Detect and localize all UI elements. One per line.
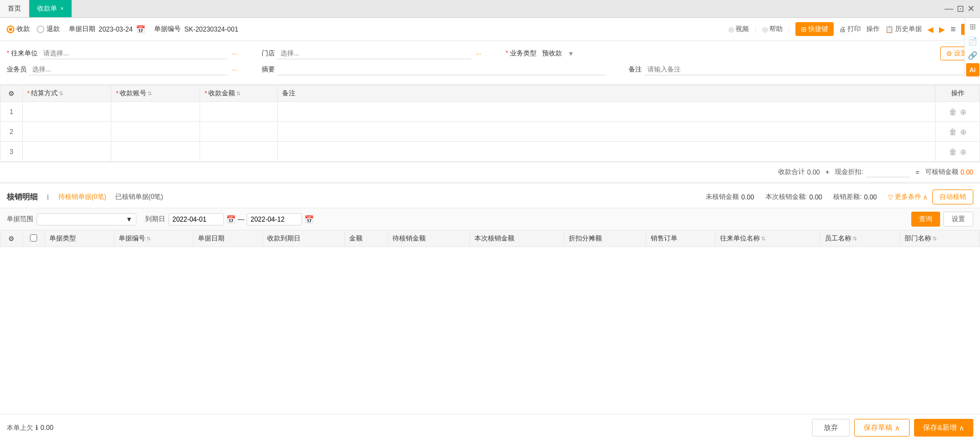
- video-action[interactable]: ◎ 视频: [728, 24, 749, 34]
- select-all-checkbox[interactable]: [30, 234, 37, 242]
- row-3-remark[interactable]: [278, 142, 936, 162]
- help-action[interactable]: ◎ 帮助: [762, 24, 783, 34]
- filter-settings-button[interactable]: 设置: [943, 212, 973, 227]
- verify-section: 核销明细 ℹ 待核销单据(0笔) 已核销单据(0笔) 未核销金额 0.00 本次…: [0, 182, 980, 414]
- query-button[interactable]: 查询: [911, 212, 940, 227]
- operation-action[interactable]: 操作: [866, 24, 880, 34]
- col-gear[interactable]: ⚙: [1, 85, 23, 102]
- partner-label: 往来单位: [7, 49, 38, 58]
- remark-field: 备注: [629, 64, 973, 75]
- draft-button[interactable]: 保存草稿 ∧: [854, 419, 910, 437]
- footer-info-value: 0.00: [40, 424, 53, 432]
- remark-input[interactable]: [644, 64, 973, 75]
- save-arrow-icon: ∧: [959, 424, 964, 432]
- tab-home-label: 首页: [8, 4, 21, 13]
- date-end-input[interactable]: [247, 213, 302, 225]
- window-minimize-icon[interactable]: —: [945, 4, 953, 14]
- row-2-remark[interactable]: [278, 122, 936, 142]
- plus-sign: +: [825, 168, 829, 176]
- row-3-amount[interactable]: [200, 142, 278, 162]
- staff-ellipsis[interactable]: ···: [229, 66, 239, 74]
- dept-sort-icon[interactable]: ⇅: [932, 235, 937, 242]
- radio-receipt-label: 收款: [17, 24, 30, 34]
- form-row-1: 往来单位 ··· 门店 ··· 业务类型 预收款 ▼: [7, 47, 973, 60]
- row-3-account[interactable]: [111, 142, 200, 162]
- more-conditions-link[interactable]: ▽ 更多条件 ∧: [888, 192, 928, 202]
- footer-info-icon[interactable]: ℹ: [35, 424, 38, 432]
- save-button[interactable]: 保存&新增 ∧: [914, 419, 973, 437]
- menu-icon[interactable]: ≡: [951, 24, 956, 34]
- row-1-account[interactable]: [111, 102, 200, 122]
- sidebar-link-icon[interactable]: 🔗: [966, 49, 979, 62]
- store-field: 门店 ···: [262, 48, 483, 59]
- bt-col-due-date: 收款到期日: [262, 230, 344, 247]
- row-2-settlement[interactable]: [23, 122, 111, 142]
- window-controls: — ⊡ ✕: [945, 3, 980, 14]
- tab-home[interactable]: 首页: [0, 0, 29, 17]
- radio-refund[interactable]: 退款: [37, 24, 60, 34]
- date-field: 单据日期 2023-03-24 📅: [69, 24, 145, 34]
- tab-close-icon[interactable]: ×: [60, 6, 64, 12]
- sidebar-ai-icon[interactable]: Ai: [966, 63, 979, 76]
- row-2-delete-icon[interactable]: 🗑: [949, 127, 957, 136]
- summary-input[interactable]: [277, 64, 606, 75]
- auto-verify-button[interactable]: 自动核销: [932, 189, 973, 204]
- row-2-account[interactable]: [111, 122, 200, 142]
- nav-right-icon[interactable]: ▶: [939, 25, 945, 34]
- main-content: 收款 退款 单据日期 2023-03-24 📅 单据编号 SK-20230324…: [0, 18, 980, 441]
- row-1-copy-icon[interactable]: ⊕: [960, 107, 967, 116]
- row-3-delete-icon[interactable]: 🗑: [949, 147, 957, 156]
- row-2-amount[interactable]: [200, 122, 278, 142]
- store-input[interactable]: [277, 48, 471, 59]
- biz-dropdown-icon[interactable]: ▼: [568, 50, 574, 58]
- print-action[interactable]: 🖨 打印: [839, 24, 861, 34]
- bt-col-gear[interactable]: ⚙: [1, 230, 23, 247]
- row-1-remark[interactable]: [278, 102, 936, 122]
- number-sort-icon[interactable]: ⇅: [146, 235, 151, 242]
- range-select[interactable]: ▼: [37, 213, 136, 225]
- calendar-end-icon[interactable]: 📅: [304, 215, 314, 224]
- toolbar-right: ◎ 视频 | ◎ 帮助 | ⊞ 快捷键 🖨 打印 操作: [728, 22, 973, 36]
- row-1-delete-icon[interactable]: 🗑: [949, 107, 957, 116]
- more-conditions-text: 更多条件: [895, 192, 921, 202]
- partner-sort-icon[interactable]: ⇅: [761, 235, 765, 242]
- verify-header: 核销明细 ℹ 待核销单据(0笔) 已核销单据(0笔) 未核销金额 0.00 本次…: [0, 184, 980, 208]
- shortcut-button[interactable]: ⊞ 快捷键: [795, 22, 834, 36]
- pending-tab[interactable]: 待核销单据(0笔): [58, 192, 106, 202]
- radio-receipt[interactable]: 收款: [7, 24, 30, 34]
- footer-actions: 放弃 保存草稿 ∧ 保存&新增 ∧: [812, 419, 973, 437]
- amount-sort-icon[interactable]: ⇅: [236, 90, 241, 96]
- store-label: 门店: [262, 49, 275, 58]
- settlement-sort-icon[interactable]: ⇅: [59, 90, 63, 96]
- calendar-icon[interactable]: 📅: [136, 25, 145, 34]
- number-value: SK-20230324-001: [184, 25, 238, 33]
- nav-left-icon[interactable]: ◀: [927, 25, 933, 34]
- store-ellipsis[interactable]: ···: [473, 50, 483, 58]
- verify-info-icon[interactable]: ℹ: [47, 193, 49, 201]
- bt-col-current: 本次核销金额: [469, 230, 564, 247]
- discard-button[interactable]: 放弃: [812, 419, 850, 437]
- sidebar-table-icon[interactable]: ⊞: [966, 20, 979, 33]
- account-sort-icon[interactable]: ⇅: [147, 90, 152, 96]
- unchecked-value: 0.00: [741, 193, 754, 201]
- row-1-settlement[interactable]: [23, 102, 111, 122]
- date-start-input[interactable]: [169, 213, 224, 225]
- history-action[interactable]: 📋 历史单据: [885, 24, 922, 34]
- tab-receipt[interactable]: 收款单 ×: [29, 0, 72, 17]
- row-3-copy-icon[interactable]: ⊕: [960, 147, 967, 156]
- staff-sort-icon[interactable]: ⇅: [853, 235, 857, 242]
- partner-input[interactable]: [40, 48, 227, 59]
- row-2-copy-icon[interactable]: ⊕: [960, 127, 967, 136]
- window-restore-icon[interactable]: ⊡: [957, 3, 964, 14]
- done-tab[interactable]: 已核销单据(0笔): [115, 192, 164, 202]
- discount-input[interactable]: [866, 167, 910, 177]
- calendar-start-icon[interactable]: 📅: [226, 215, 236, 224]
- row-3-settlement[interactable]: [23, 142, 111, 162]
- row-3-actions: 🗑 ⊕: [936, 142, 980, 162]
- row-1-amount[interactable]: [200, 102, 278, 122]
- staff-input[interactable]: [29, 64, 227, 75]
- partner-ellipsis[interactable]: ···: [229, 50, 239, 58]
- window-close-icon[interactable]: ✕: [967, 3, 974, 14]
- filter-actions: 查询 设置: [911, 212, 973, 227]
- sidebar-doc-icon[interactable]: 📄: [966, 34, 979, 48]
